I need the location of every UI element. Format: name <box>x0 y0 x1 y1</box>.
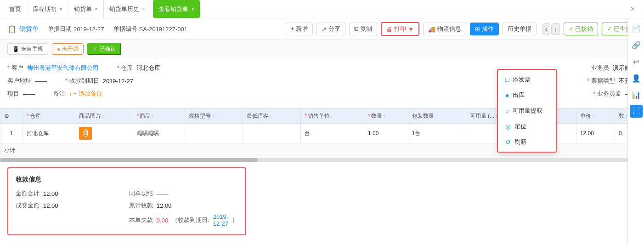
tab-inventory-init[interactable]: 库存期初 × <box>27 0 68 18</box>
tab-view-sales[interactable]: 查看销货单 × <box>153 0 200 18</box>
menu-locate[interactable]: ◎ 定位 <box>498 119 556 134</box>
address-label: 客户地址 <box>7 77 31 85</box>
sidebar-user-icon[interactable]: 👤 <box>630 72 643 85</box>
truck-icon: 🚚 <box>428 26 435 33</box>
deal-amount-value: 12.00 <box>43 202 58 209</box>
same-settlement-label: 同单现结 <box>129 189 153 198</box>
payment-title: 收款信息 <box>16 176 238 184</box>
sidebar-link-icon[interactable]: 🔗 <box>630 39 643 51</box>
sold-button[interactable]: ✓ 已核销 <box>564 23 599 35</box>
scrollbar-thumb[interactable] <box>0 158 258 162</box>
operations-button[interactable]: ⊞ 操作 <box>470 23 499 35</box>
sidebar-chart-icon[interactable]: 📊 <box>630 88 643 101</box>
close-all-button[interactable]: × <box>625 5 640 13</box>
row-index: 1 <box>0 124 23 143</box>
col-product: *商品↕ <box>133 109 185 124</box>
right-sidebar: 📄 🔗 ↩ 👤 📊 ⛶ <box>627 18 644 245</box>
warehouse-field: 仓库 河北仓库 <box>117 64 161 72</box>
tab-inventory-label: 库存期初 <box>33 5 56 13</box>
col-quantity: *数量↕ <box>364 109 408 124</box>
menu-refresh[interactable]: ↺ 刷新 <box>498 134 556 150</box>
tab-home[interactable]: 首页 <box>4 0 27 18</box>
tab-view-sales-label: 查看销货单 <box>158 5 188 13</box>
col-pack-qty: 包装数量↕ <box>408 109 466 124</box>
payment-section: 收款信息 金额合计 12.00 同单现结 —— 成交金额 12.00 累计收款 … <box>7 167 246 235</box>
doc-date-label: 单据日期 2019-12-27 <box>48 25 104 33</box>
customer-field: 客户 柳州粤港平安气体有限公司 <box>7 64 99 72</box>
product-thumb-icon: 🛢 <box>81 129 90 138</box>
row-min-stock <box>243 124 301 143</box>
address-field: 客户地址 —— <box>7 77 47 85</box>
add-invoice-icon: □ <box>505 76 509 83</box>
due-date-value: 2019-12-27 <box>213 213 228 227</box>
new-button[interactable]: + 新增 <box>286 23 313 35</box>
col-sales-unit: *销售单位↕ <box>301 109 364 124</box>
salesperson-label: 业务员 <box>591 64 609 72</box>
from-phone-button[interactable]: 📱 来自手机 <box>7 43 48 55</box>
scrollbar[interactable] <box>0 158 644 162</box>
refresh-label: 刷新 <box>514 138 526 146</box>
print-button[interactable]: 🖨 打印 ▼ <box>381 22 419 36</box>
tab-sales-history[interactable]: 销货单历史 × <box>104 0 151 18</box>
sidebar-expand-icon[interactable]: ⛶ <box>630 105 643 118</box>
project-value: —— <box>23 91 35 97</box>
row-warehouse: 河北仓库 <box>23 124 75 143</box>
warehouse-value: 河北仓库 <box>136 64 160 72</box>
col-image: 商品图片↕ <box>75 109 133 124</box>
history-button[interactable]: 历史单据 <box>503 23 537 35</box>
sidebar-doc-icon[interactable]: 📄 <box>630 22 643 35</box>
prev-button[interactable]: ‹ <box>542 23 550 35</box>
menu-available-extract[interactable]: ○ 可用量提取 <box>498 103 556 119</box>
dropdown-menu: □ 添发票 ● 出库 ○ 可用量提取 ◎ 定位 ↺ 刷新 <box>497 69 557 153</box>
outbound-icon: ● <box>505 91 509 99</box>
ticket-type-label: 票据类型 <box>587 77 615 85</box>
phone-icon: 📱 <box>12 46 19 52</box>
doc-icon: 📋 <box>7 25 17 34</box>
payment-due-label: 收款到期日 <box>65 77 99 85</box>
available-extract-label: 可用量提取 <box>513 107 542 115</box>
tab-sales-history-close[interactable]: × <box>142 6 145 12</box>
confirm-button[interactable]: ✓ 已确认 <box>87 43 121 55</box>
note-label: 备注 <box>53 90 65 98</box>
row-quantity: 1.00 <box>364 124 408 143</box>
project-field: 项目 —— <box>7 90 35 98</box>
tab-inventory-close[interactable]: × <box>59 6 62 12</box>
main-content: 📋 销货单 单据日期 2019-12-27 单据编号 SA-20191227-0… <box>0 18 644 245</box>
doc-type-label: 销货单 <box>19 25 39 33</box>
deal-amount-label: 成交金额 <box>16 201 40 210</box>
row-pack-qty: 1台 <box>408 124 466 143</box>
outbound-label: 出库 <box>513 91 525 99</box>
due-amount-label: 本单欠款 <box>129 216 153 224</box>
col-gear[interactable]: ⚙ <box>0 109 23 124</box>
share-button[interactable]: ↗ 分享 <box>316 23 345 35</box>
nav-arrows: ‹ › <box>542 23 560 35</box>
menu-add-invoice[interactable]: □ 添发票 <box>498 72 556 87</box>
share-icon: ↗ <box>322 26 327 33</box>
tab-view-sales-close[interactable]: × <box>191 6 194 12</box>
total-amount-value: 12.00 <box>43 190 58 197</box>
tab-sales-order-close[interactable]: × <box>95 6 98 12</box>
check-icon: ✓ <box>93 46 97 52</box>
tab-bar: 首页 库存期初 × 销货单 × 销货单历史 × 查看销货单 × × <box>0 0 644 18</box>
not-opened-button[interactable]: ● 未开票 <box>52 43 84 55</box>
next-button[interactable]: › <box>551 23 559 35</box>
doc-actions: + 新增 ↗ 分享 ⧉ 复制 🖨 打印 ▼ 🚚 物流信息 ⊞ 操作 <box>286 22 637 36</box>
same-settlement-row: 同单现结 —— <box>129 189 238 198</box>
empty-row <box>16 213 120 227</box>
deal-amount-row: 成交金额 12.00 <box>16 201 120 210</box>
logistics-button[interactable]: 🚚 物流信息 <box>423 23 466 35</box>
project-label: 项目 <box>7 90 19 98</box>
doc-header: 📋 销货单 单据日期 2019-12-27 单据编号 SA-20191227-0… <box>0 18 644 40</box>
payment-due-field: 收款到期日 2019-12-27 <box>65 77 133 85</box>
menu-outbound[interactable]: ● 出库 <box>498 87 556 103</box>
row-sales-unit: 台 <box>301 124 364 143</box>
row-image: 🛢 <box>75 124 133 143</box>
tab-sales-history-label: 销货单历史 <box>109 5 139 13</box>
customer-value[interactable]: 柳州粤港平安气体有限公司 <box>27 64 99 72</box>
sidebar-return-icon[interactable]: ↩ <box>630 55 643 68</box>
col-warehouse: *仓库↕ <box>23 109 75 124</box>
copy-button[interactable]: ⧉ 复制 <box>349 23 377 35</box>
note-field: 备注 + + 添加备注 <box>53 90 102 98</box>
tab-sales-order[interactable]: 销货单 × <box>68 0 104 18</box>
add-note-button[interactable]: + + 添加备注 <box>69 90 102 98</box>
